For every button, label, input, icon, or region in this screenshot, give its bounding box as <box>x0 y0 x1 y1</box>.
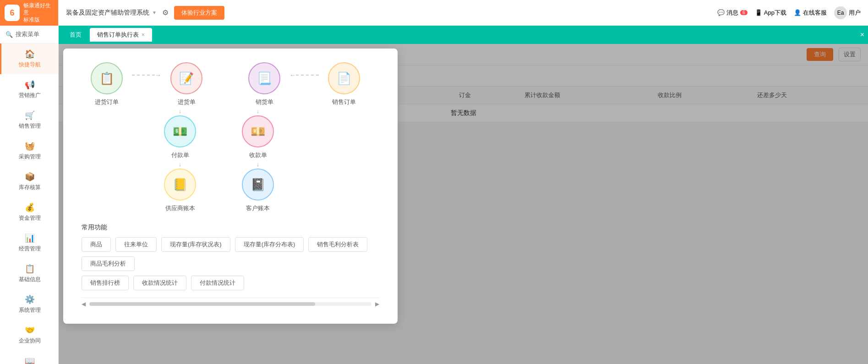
sidebar-item-quick-nav[interactable]: 🏠 快捷导航 <box>0 43 58 74</box>
nav-icon-basic: 📋 <box>25 264 35 274</box>
flow-node-purchase-bill[interactable]: 📝 进货单 <box>161 62 212 106</box>
receipt-label: 收款单 <box>249 151 267 159</box>
service-icon: 👤 <box>794 9 801 16</box>
sales-bill-icon: 📃 <box>248 62 280 94</box>
sidebar-item-marketing[interactable]: 📢 营销推广 <box>0 74 58 105</box>
tab-sales-label: 销售订单执行表 <box>97 31 139 39</box>
sidebar-item-operation[interactable]: 📊 经营管理 <box>0 228 58 258</box>
scrollbar-thumb <box>89 302 315 306</box>
scroll-left-arrow[interactable]: ◀ <box>82 301 86 307</box>
message-area[interactable]: 💬 消息 6 <box>717 9 748 17</box>
flow-node-payment[interactable]: 💵 付款单 <box>155 115 205 159</box>
message-badge: 6 <box>740 10 748 15</box>
sidebar-item-inventory[interactable]: 📦 库存核算 <box>0 166 58 197</box>
common-btn-sales-gross[interactable]: 销售毛利分析表 <box>308 237 367 252</box>
search-label: 搜索菜单 <box>16 30 39 38</box>
common-buttons-row2: 销售排行榜 收款情况统计 付款情况统计 <box>82 276 379 290</box>
nav-label-inventory: 库存核算 <box>19 184 41 191</box>
payment-icon: 💵 <box>164 115 196 147</box>
logo-icon-text: 6 <box>10 8 14 18</box>
purchase-bill-label: 进货单 <box>178 98 196 106</box>
common-btn-sales-rank[interactable]: 销售排行榜 <box>82 276 129 290</box>
tab-home-label: 首页 <box>70 31 82 39</box>
common-btn-stock-dist[interactable]: 现存量(库存分布表) <box>235 237 304 252</box>
user-area[interactable]: Ea 用户 <box>834 6 861 19</box>
scroll-right-arrow[interactable]: ▶ <box>375 301 379 307</box>
nav-label-quick-nav: 快捷导航 <box>19 61 41 69</box>
nav-label-basic: 基础信息 <box>19 276 41 283</box>
nav-icon-marketing: 📢 <box>25 80 35 90</box>
common-btn-product[interactable]: 商品 <box>82 237 111 252</box>
sidebar-item-sales[interactable]: 🛒 销售管理 <box>0 105 58 136</box>
online-service-area[interactable]: 👤 在线客服 <box>794 9 827 17</box>
common-functions-title: 常用功能 <box>82 223 379 232</box>
nav-label-purchase: 采购管理 <box>19 153 41 161</box>
common-buttons-row1: 商品 往来单位 现存量(库存状况表) 现存量(库存分布表) 销售毛利分析表 商品… <box>82 237 379 271</box>
nav-label-finance: 资金管理 <box>19 214 41 222</box>
sidebar-item-basic[interactable]: 📋 基础信息 <box>0 258 58 289</box>
tabbar: 首页 销售订单执行表 × × <box>59 26 868 44</box>
sidebar-item-system[interactable]: ⚙️ 系统管理 <box>0 289 58 320</box>
avatar-text: Ea <box>837 10 844 16</box>
common-btn-product-gross[interactable]: 商品毛利分析 <box>82 256 135 271</box>
nav-label-marketing: 营销推广 <box>19 92 41 99</box>
logo-text: 畅康通好生意 标准版 <box>23 2 54 24</box>
flow-node-purchase-order[interactable]: 📋 进货订单 <box>82 62 132 106</box>
app-icon: 📱 <box>755 9 762 16</box>
receipt-icon: 💴 <box>242 115 274 147</box>
common-btn-receipt-stats[interactable]: 收款情况统计 <box>133 276 186 290</box>
sidebar-nav: 🏠 快捷导航 📢 营销推广 🛒 销售管理 🧺 采购管理 📦 库存核算 💰 <box>0 43 58 364</box>
purchase-order-icon: 📋 <box>91 62 123 94</box>
tab-home[interactable]: 首页 <box>62 28 89 42</box>
sales-bill-label: 销货单 <box>256 98 273 106</box>
payment-label: 付款单 <box>171 151 189 159</box>
tab-close-icon[interactable]: × <box>142 32 145 38</box>
nav-icon-home: 🏠 <box>25 49 35 59</box>
sales-order-label: 销售订单 <box>332 98 356 106</box>
common-btn-stock-status[interactable]: 现存量(库存状况表) <box>161 237 230 252</box>
app-download-area[interactable]: 📱 App下载 <box>755 9 786 17</box>
nav-icon-finance: 💰 <box>25 202 35 212</box>
topbar: 装备及固定资产辅助管理系统 ▼ ⚙ 体验行业方案 💬 消息 6 📱 App下载 … <box>59 0 868 26</box>
common-functions-section: 常用功能 商品 往来单位 现存量(库存状况表) 现存量(库存分布表) 销售毛利分… <box>82 223 379 290</box>
flow-node-customer-account[interactable]: 📓 客户账本 <box>233 168 283 212</box>
sidebar-search[interactable]: 🔍 搜索菜单 <box>0 26 58 43</box>
flow-diagram: 📋 进货订单 → 📝 进货单 <box>82 62 379 212</box>
modal-box: 📋 进货订单 → 📝 进货单 <box>63 49 398 324</box>
purchase-bill-icon: 📝 <box>170 62 202 94</box>
system-dropdown-icon[interactable]: ▼ <box>152 10 157 15</box>
nav-label-enterprise: 企业协同 <box>19 337 41 345</box>
sidebar-item-newbie[interactable]: 📖 新手引导 <box>0 350 58 364</box>
nav-icon-operation: 📊 <box>25 233 35 243</box>
sidebar: 6 畅康通好生意 标准版 🔍 搜索菜单 🏠 快捷导航 📢 营销推广 🛒 销售管理 <box>0 0 59 364</box>
logo-line1: 畅康通好生意 <box>23 2 54 16</box>
nav-icon-newbie: 📖 <box>25 356 35 364</box>
common-btn-counterpart[interactable]: 往来单位 <box>115 237 157 252</box>
sales-order-icon: 📄 <box>328 62 360 94</box>
nav-icon-sales: 🛒 <box>25 110 35 120</box>
flow-node-supplier-account[interactable]: 📒 供应商账本 <box>155 168 205 212</box>
message-icon: 💬 <box>717 9 725 16</box>
flow-node-sales-bill[interactable]: 📃 销货单 <box>239 62 289 106</box>
tab-sales-order-exec[interactable]: 销售订单执行表 × <box>90 28 152 42</box>
sidebar-item-purchase[interactable]: 🧺 采购管理 <box>0 136 58 166</box>
search-icon: 🔍 <box>5 31 13 38</box>
online-service-label: 在线客服 <box>803 9 827 17</box>
scrollbar-track[interactable] <box>89 302 371 306</box>
nav-icon-system: ⚙️ <box>25 294 35 304</box>
gear-button[interactable]: ⚙ <box>162 8 169 17</box>
sidebar-item-enterprise[interactable]: 🤝 企业协同 <box>0 320 58 350</box>
sidebar-item-finance[interactable]: 💰 资金管理 <box>0 197 58 228</box>
experience-button[interactable]: 体验行业方案 <box>174 6 224 20</box>
flow-node-receipt[interactable]: 💴 收款单 <box>233 115 283 159</box>
tabbar-close-icon[interactable]: × <box>860 31 864 39</box>
common-btn-payment-stats[interactable]: 付款情况统计 <box>191 276 244 290</box>
content-area: ❓ 帮助 🖨 按模板打印 ▼ 📤 导出 🔄 刷新 查询 设 <box>59 44 868 364</box>
customer-account-icon: 📓 <box>242 168 274 201</box>
nav-label-operation: 经营管理 <box>19 245 41 253</box>
supplier-account-icon: 📒 <box>164 168 196 201</box>
purchase-order-label: 进货订单 <box>95 98 119 106</box>
modal-overlay[interactable]: 📋 进货订单 → 📝 进货单 <box>59 44 868 364</box>
flow-node-sales-order[interactable]: 📄 销售订单 <box>319 62 369 106</box>
app-download-label: App下载 <box>764 9 786 17</box>
